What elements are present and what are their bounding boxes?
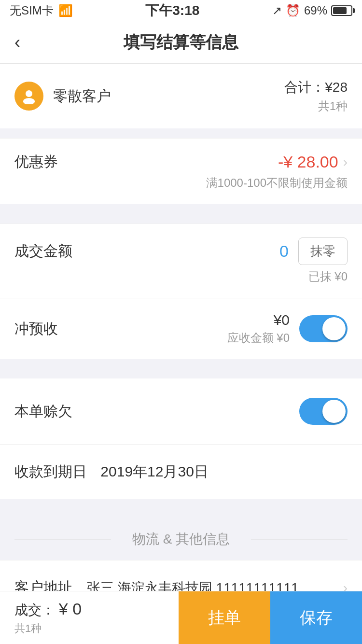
- coupon-card: 优惠券 -¥ 28.00 › 满1000-100不限制使用金额: [0, 138, 362, 204]
- page-title: 填写结算等信息: [124, 31, 238, 54]
- bottom-transaction-row: 成交： ¥ 0: [14, 600, 164, 619]
- status-right: ↗ ⏰ 69%: [272, 4, 352, 17]
- section-divider-2: [0, 369, 362, 378]
- status-bar: 无SIM卡 📶 下午3:18 ↗ ⏰ 69%: [0, 0, 362, 21]
- transaction-value[interactable]: 0: [279, 242, 289, 261]
- back-button[interactable]: ‹: [10, 28, 25, 57]
- sim-status: 无SIM卡: [10, 3, 54, 18]
- round-button[interactable]: 抹零: [298, 238, 348, 265]
- status-left: 无SIM卡 📶: [10, 3, 73, 18]
- svg-point-1: [23, 98, 35, 104]
- battery-percent: 69%: [304, 4, 327, 17]
- coupon-top: 优惠券 -¥ 28.00 ›: [14, 152, 348, 172]
- avatar: [14, 82, 43, 111]
- customer-card: 零散客户 合计：¥28 共1种: [0, 64, 362, 128]
- transaction-sub: 已抹 ¥0: [14, 269, 348, 284]
- hold-button[interactable]: 挂单: [179, 591, 270, 644]
- bottom-info: 成交： ¥ 0 共1种: [0, 600, 179, 636]
- coupon-sub: 满1000-100不限制使用金额: [206, 176, 348, 189]
- prepaid-row: 冲预收 ¥0 应收金额 ¥0: [0, 298, 362, 359]
- section-divider-1: [0, 214, 362, 224]
- debt-label: 本单赊欠: [14, 402, 72, 421]
- wifi-icon: 📶: [58, 4, 73, 17]
- bottom-transaction-label: 成交：: [14, 602, 55, 617]
- prepaid-label: 冲预收: [14, 319, 58, 339]
- date-row: 收款到期日 2019年12月30日: [0, 444, 362, 499]
- prepaid-value: ¥0: [227, 312, 290, 328]
- coupon-value: -¥ 28.00: [278, 153, 338, 171]
- debt-toggle-knob: [322, 400, 346, 423]
- debt-card: 本单赊欠 收款到期日 2019年12月30日: [0, 378, 362, 499]
- transaction-label: 成交金额: [14, 241, 72, 261]
- prepaid-amount: ¥0 应收金额 ¥0: [227, 312, 290, 346]
- svg-point-0: [26, 90, 32, 97]
- logistics-label: 物流 & 其他信息: [132, 532, 230, 546]
- amount-input-area: 0 抹零: [279, 238, 348, 265]
- prepaid-toggle[interactable]: [299, 315, 348, 342]
- coupon-bottom: 满1000-100不限制使用金额: [14, 175, 348, 191]
- section-divider-3: [0, 509, 362, 518]
- due-date-value[interactable]: 2019年12月30日: [100, 463, 208, 479]
- customer-left: 零散客户: [14, 82, 111, 111]
- due-date-label: 收款到期日: [14, 463, 87, 479]
- main-content: 零散客户 合计：¥28 共1种 优惠券 -¥ 28.00 › 满1000-100…: [0, 64, 362, 644]
- location-icon: ↗: [272, 4, 282, 17]
- status-time: 下午3:18: [145, 1, 199, 20]
- customer-summary: 合计：¥28 共1种: [284, 78, 348, 114]
- customer-row: 零散客户 合计：¥28 共1种: [0, 64, 362, 128]
- bottom-transaction-count: 共1种: [14, 621, 164, 636]
- nav-bar: ‹ 填写结算等信息: [0, 21, 362, 64]
- chevron-right-icon: ›: [343, 154, 348, 170]
- alarm-icon: ⏰: [286, 4, 300, 17]
- save-button[interactable]: 保存: [270, 591, 362, 644]
- logistics-header: 物流 & 其他信息: [0, 518, 362, 560]
- total-count: 共1种: [284, 98, 348, 114]
- battery-icon: [331, 5, 352, 16]
- bottom-bar: 成交： ¥ 0 共1种 挂单 保存: [0, 591, 362, 644]
- prepaid-sub: 应收金额 ¥0: [227, 330, 290, 346]
- transaction-card: 成交金额 0 抹零 已抹 ¥0 冲预收 ¥0 应收金额 ¥0: [0, 224, 362, 359]
- debt-row: 本单赊欠: [0, 378, 362, 444]
- toggle-knob: [322, 317, 346, 340]
- bottom-transaction-amount: ¥ 0: [59, 600, 82, 618]
- transaction-row: 成交金额 0 抹零 已抹 ¥0: [0, 224, 362, 298]
- customer-name: 零散客户: [53, 86, 111, 106]
- coupon-label: 优惠券: [14, 152, 58, 172]
- transaction-top: 成交金额 0 抹零: [14, 238, 348, 265]
- total-label: 合计：¥28: [284, 78, 348, 97]
- coupon-row[interactable]: 优惠券 -¥ 28.00 › 满1000-100不限制使用金额: [0, 138, 362, 204]
- debt-toggle[interactable]: [299, 398, 348, 425]
- prepaid-right: ¥0 应收金额 ¥0: [227, 312, 348, 346]
